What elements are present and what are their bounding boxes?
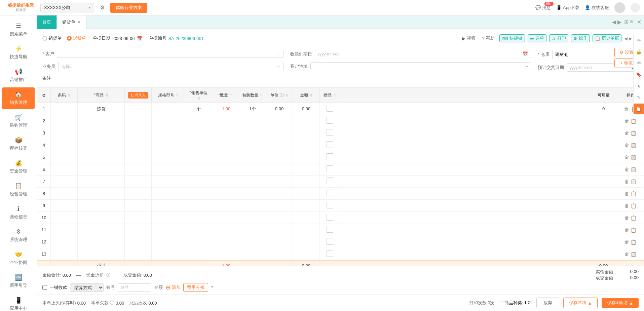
calc-method-select[interactable]: 结算方式 xyxy=(70,283,104,292)
gift-checkbox-9[interactable] xyxy=(327,202,333,208)
trial-button[interactable]: 体验行业方案 xyxy=(110,3,147,13)
gift-checkbox-4[interactable] xyxy=(327,141,333,148)
copy-row-3-icon[interactable]: 📋 xyxy=(631,130,636,136)
customer-address-input[interactable]: ··· xyxy=(310,62,531,70)
next-record-icon[interactable]: ▶ xyxy=(629,36,632,41)
delete-row-8-icon[interactable]: 🗑 xyxy=(624,191,629,196)
copy-row-13-icon[interactable]: 📋 xyxy=(631,251,636,257)
save-draft-chevron[interactable]: ▲ xyxy=(588,301,592,306)
delete-row-1-icon[interactable]: 🗑 xyxy=(624,106,629,112)
toolbar-operation-btn[interactable]: ⚙ 操作 xyxy=(571,34,590,42)
gift-checkbox-2[interactable] xyxy=(327,117,333,124)
right-tool-star[interactable]: ★ xyxy=(634,81,644,91)
discount-info-icon[interactable]: ⓘ xyxy=(106,272,110,278)
row-spec2-1[interactable] xyxy=(152,103,185,115)
gift-checkbox-1[interactable] xyxy=(327,105,333,112)
delete-row-13-icon[interactable]: 🗑 xyxy=(624,251,629,257)
delete-row-10-icon[interactable]: 🗑 xyxy=(624,215,629,221)
sidebar-item-purchase-mgmt[interactable]: 🛒 采购管理 xyxy=(2,110,35,132)
sidebar-item-sales-mgmt[interactable]: 🏠 销售管理 xyxy=(2,87,35,109)
delete-row-9-icon[interactable]: 🗑 xyxy=(624,203,629,208)
toolbar-history-btn[interactable]: 📋 历史单据 xyxy=(593,34,621,42)
product-type-checkbox[interactable] xyxy=(499,301,503,305)
delete-row-7-icon[interactable]: 🗑 xyxy=(624,179,629,184)
app-download-btn[interactable]: 📱 App下载 xyxy=(556,5,579,11)
tab-grid-icon[interactable]: ⊞ xyxy=(624,19,629,25)
doc-num-value[interactable]: SA-20230606-001 xyxy=(168,36,204,41)
account-input[interactable]: 账号 ··· xyxy=(118,283,151,292)
avatar-2[interactable] xyxy=(631,3,640,12)
row-spec-1[interactable] xyxy=(125,103,152,115)
tab-home[interactable]: 首页 xyxy=(37,15,57,29)
right-tool-edit[interactable]: ✏ xyxy=(634,35,644,46)
scan-btn[interactable]: 扫码录入 xyxy=(128,92,148,99)
delete-row-2-icon[interactable]: 🗑 xyxy=(624,118,629,124)
copy-row-6-icon[interactable]: 📋 xyxy=(631,167,636,172)
gift-checkbox-7[interactable] xyxy=(327,178,333,184)
sidebar-item-basic-info[interactable]: ℹ 基础信息 xyxy=(2,202,35,223)
date-value[interactable]: 2023-06-06 xyxy=(112,36,135,41)
sidebar-item-sys-mgmt[interactable]: ⚙ 系统管理 xyxy=(2,225,35,246)
toolbar-help-btn[interactable]: ? 帮助 xyxy=(480,35,497,42)
sidebar-item-finance[interactable]: 💰 资金管理 xyxy=(2,156,35,178)
copy-row-4-icon[interactable]: 📋 xyxy=(631,143,636,148)
copy-row-11-icon[interactable]: 📋 xyxy=(631,227,636,233)
toolbar-print-btn[interactable]: 🖨 打印 xyxy=(549,34,568,42)
col-settings-header[interactable]: ⚙ xyxy=(37,88,51,103)
tab-sales-order[interactable]: 销货单 ✕ xyxy=(57,15,86,29)
customer-address-ellipsis[interactable]: ··· xyxy=(525,64,528,69)
tab-prev-icon[interactable]: ◀ xyxy=(612,19,616,25)
radio-return-order[interactable]: 退货单 xyxy=(67,35,86,41)
one-click-pay-checkbox[interactable] xyxy=(42,285,47,290)
gift-checkbox-12[interactable] xyxy=(327,238,333,245)
gift-checkbox-13[interactable] xyxy=(327,250,333,257)
discard-button[interactable]: 放弃 xyxy=(536,298,559,308)
tab-close-icon[interactable]: ✕ xyxy=(77,20,81,25)
row-gift-1[interactable] xyxy=(320,103,340,115)
save-new-chevron[interactable]: ▲ xyxy=(629,301,633,306)
sidebar-item-inventory[interactable]: 📦 库存核算 xyxy=(2,133,35,155)
right-tool-lock[interactable]: 🔒 xyxy=(634,46,644,57)
row-barcode-1[interactable] xyxy=(51,103,78,115)
sidebar-item-app-center[interactable]: 📱 应用中心 xyxy=(2,293,35,311)
this-doc-debt-info[interactable]: ⓘ xyxy=(110,300,114,306)
calendar-icon[interactable]: 📅 xyxy=(137,36,142,41)
delete-row-5-icon[interactable]: 🗑 xyxy=(624,155,629,160)
gift-checkbox-6[interactable] xyxy=(327,165,333,172)
gift-checkbox-10[interactable] xyxy=(327,214,333,221)
gift-checkbox-3[interactable] xyxy=(327,129,333,136)
delete-row-4-icon[interactable]: 🗑 xyxy=(624,143,629,148)
tab-close-all-icon[interactable]: ✕ xyxy=(637,19,641,25)
gift-checkbox-11[interactable] xyxy=(327,226,333,233)
copy-row-2-icon[interactable]: 📋 xyxy=(631,118,636,124)
tab-next-icon[interactable]: ▶ xyxy=(617,19,621,25)
customer-ellipsis[interactable]: ··· xyxy=(277,51,280,56)
sidebar-item-enterprise-collab[interactable]: 🤝 企业协同 xyxy=(2,247,35,269)
copy-row-8-icon[interactable]: 📋 xyxy=(631,191,636,196)
save-new-button[interactable]: 保存&新增 ▲ xyxy=(602,298,639,308)
avatar[interactable] xyxy=(614,2,625,13)
settings-icon-btn[interactable]: ⚙ xyxy=(97,2,108,13)
gift-checkbox-5[interactable] xyxy=(327,153,333,160)
sidebar-item-marketing[interactable]: 📢 营销推广 xyxy=(2,65,35,86)
tab-list-icon[interactable]: ≡ xyxy=(630,19,633,25)
add-btn[interactable]: ⊕ 添加 xyxy=(165,284,181,291)
customer-input[interactable]: ··· xyxy=(57,50,283,58)
delete-row-12-icon[interactable]: 🗑 xyxy=(624,239,629,245)
row-pkg-qty-1[interactable]: 1个 xyxy=(239,103,266,115)
sidebar-item-search-order[interactable]: ☰ 搜索菜单 xyxy=(2,19,35,40)
sidebar-item-quick-nav[interactable]: ⚡ 快捷导航 xyxy=(2,42,35,63)
row-unit-1[interactable]: 个 xyxy=(185,103,212,115)
row-amount-1[interactable]: 0.00 xyxy=(293,103,320,115)
row-product-1[interactable]: 拣货 xyxy=(78,103,125,115)
message-btn[interactable]: 💬 消息 99+ xyxy=(535,5,551,11)
gift-checkbox-8[interactable] xyxy=(327,190,333,196)
copy-row-7-icon[interactable]: 📋 xyxy=(631,179,636,184)
right-tool-pencil[interactable]: ✎ xyxy=(634,92,644,103)
copy-row-10-icon[interactable]: 📋 xyxy=(631,215,636,221)
sidebar-item-new-guide[interactable]: 🆕 新手引导 xyxy=(2,270,35,292)
payment-due-calendar[interactable]: 📅 xyxy=(523,51,528,56)
company-selector[interactable]: XXXXXX公司 ▾ xyxy=(40,3,94,12)
toolbar-video-btn[interactable]: ▶ 视频 xyxy=(460,35,478,42)
toolbar-select-btn[interactable]: ☰ 选单 xyxy=(528,34,546,42)
